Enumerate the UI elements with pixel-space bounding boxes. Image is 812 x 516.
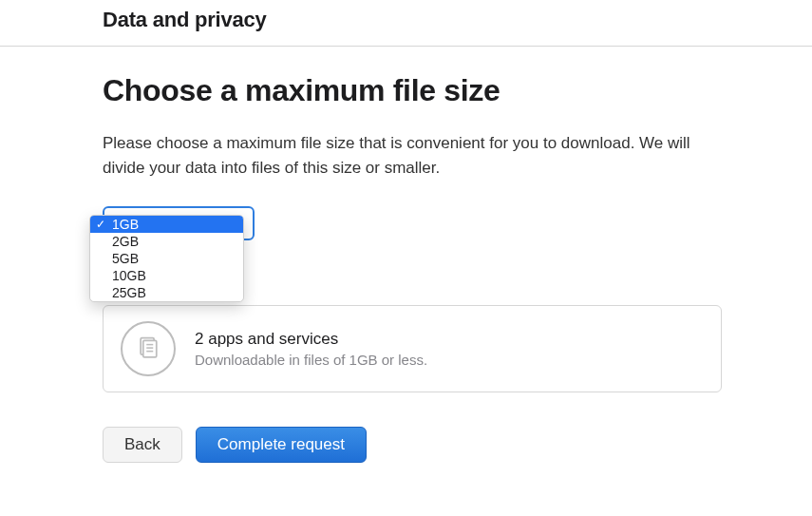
dropdown-option-25gb[interactable]: 25GB — [90, 284, 243, 301]
summary-subtitle: Downloadable in files of 1GB or less. — [195, 352, 427, 368]
page-heading: Choose a maximum file size — [103, 73, 722, 108]
dropdown-option-10gb[interactable]: 10GB — [90, 267, 243, 284]
summary-title: 2 apps and services — [195, 330, 427, 349]
file-size-dropdown: 1GB 2GB 5GB 10GB 25GB — [89, 215, 244, 302]
dropdown-option-1gb[interactable]: 1GB — [90, 216, 243, 233]
page-description: Please choose a maximum file size that i… — [103, 131, 710, 180]
page-header: Data and privacy — [0, 0, 812, 47]
header-title: Data and privacy — [103, 8, 812, 32]
document-stack-icon — [121, 321, 176, 376]
dropdown-option-2gb[interactable]: 2GB — [90, 233, 243, 250]
svg-rect-1 — [143, 340, 157, 357]
back-button[interactable]: Back — [103, 427, 182, 463]
dropdown-option-5gb[interactable]: 5GB — [90, 250, 243, 267]
complete-request-button[interactable]: Complete request — [196, 427, 367, 463]
summary-card: 2 apps and services Downloadable in file… — [103, 305, 722, 392]
